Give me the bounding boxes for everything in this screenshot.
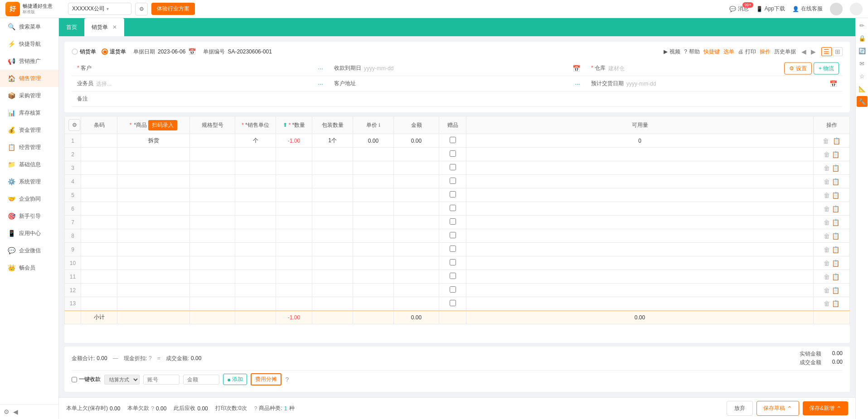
tab-close-icon[interactable]: ✕ (112, 24, 117, 30)
right-icon-ruler[interactable]: 📐 (857, 83, 868, 94)
shortcut-btn[interactable]: 快捷键 (703, 48, 720, 56)
delete-icon-1[interactable]: 🗑 (822, 137, 830, 144)
right-icon-lock[interactable]: 🔒 (857, 33, 868, 43)
row-unit-1[interactable]: 个 (235, 134, 276, 148)
row-amount-1[interactable]: 0.00 (394, 134, 439, 148)
salesperson-input[interactable] (96, 81, 315, 87)
payment-due-input[interactable] (364, 65, 570, 72)
salesperson-dots-btn[interactable]: ··· (318, 80, 323, 87)
notes-label: 备注 (77, 95, 88, 103)
right-icon-orange[interactable]: 🔧 (857, 96, 868, 107)
sidebar-item-enterprise[interactable]: 🤝 企业协同 (0, 190, 58, 207)
select-btn[interactable]: 选单 (723, 48, 734, 56)
sidebar-item-finance[interactable]: 💰 资金管理 (0, 121, 58, 139)
right-icon-star[interactable]: ☆ (857, 71, 868, 82)
overdue-help-icon[interactable]: ? (151, 405, 154, 412)
sidebar-collapse-btn[interactable]: ◀ (13, 408, 18, 415)
sidebar-item-guide[interactable]: 🎯 新手引导 (0, 207, 58, 225)
right-icon-refresh[interactable]: 🔄 (857, 45, 868, 56)
sidebar-item-basic[interactable]: 📁 基础信息 (0, 156, 58, 173)
online-service-button[interactable]: 👤 在线客服 (792, 5, 823, 13)
serial-value[interactable]: SA-20230606-001 (228, 48, 272, 55)
logistics-button[interactable]: + 物流 (814, 62, 839, 74)
notes-input[interactable] (91, 96, 837, 102)
save-new-button[interactable]: 保存&新增 ⌃ (803, 401, 848, 415)
trial-button[interactable]: 体验行业方案 (151, 3, 195, 15)
fee-split-button[interactable]: 费用分摊 (251, 373, 281, 385)
scan-button[interactable]: 扫码录入 (148, 120, 177, 130)
fee-help-icon[interactable]: ? (285, 376, 289, 383)
sidebar-item-quicknav[interactable]: ⚡ 快捷导航 (0, 35, 58, 53)
table-row: 11🗑📋 (65, 270, 850, 284)
one-click-checkbox[interactable] (72, 377, 77, 382)
help-btn[interactable]: ? 帮助 (684, 48, 700, 56)
sidebar-item-system[interactable]: ⚙️ 系统管理 (0, 173, 58, 190)
company-selector[interactable]: XXXXXX公司 ▾ (68, 3, 131, 15)
payment-due-calendar-icon[interactable]: 📅 (572, 65, 580, 72)
row-product-1[interactable]: 拆货 (117, 134, 190, 148)
tab-bar: 首页 销货单 ✕ (59, 18, 855, 36)
app-download-button[interactable]: 📱 App下载 (756, 5, 785, 13)
bottom-actions: 放弃 保存草稿 ⌃ 保存&新增 ⌃ (727, 401, 848, 416)
radio-return-order[interactable]: 退货单 (102, 48, 126, 56)
abandon-button[interactable]: 放弃 (727, 401, 753, 416)
row-barcode-1[interactable] (81, 134, 117, 148)
sidebar-item-sales[interactable]: 🏠 销售管理 (0, 70, 58, 87)
sidebar-item-operations[interactable]: 📋 经营管理 (0, 139, 58, 156)
video-btn[interactable]: ▶ 视频 (664, 48, 680, 56)
right-icon-message[interactable]: ✉ (857, 58, 868, 69)
gift-checkbox-1[interactable] (450, 137, 456, 143)
right-icon-edit[interactable]: ✏ (857, 20, 868, 31)
row-qty-1[interactable]: -1.00 (276, 134, 312, 148)
date-calendar-icon[interactable]: 📅 (188, 48, 196, 55)
sidebar-settings-btn[interactable]: ⚙ (4, 408, 10, 415)
ops-btn[interactable]: 操作 (760, 48, 771, 56)
row-price-1[interactable]: 0.00 (353, 134, 394, 148)
customer-input[interactable] (94, 65, 315, 72)
radio-sales-order[interactable]: 销货单 (72, 48, 96, 56)
cash-discount-help-icon[interactable]: ? (149, 355, 152, 361)
sidebar-item-search[interactable]: 🔍 搜索菜单 (0, 18, 58, 35)
next-arrow-icon[interactable]: ▶ (809, 47, 818, 56)
customer-addr-dots-btn[interactable]: ··· (575, 80, 580, 87)
tab-sales-order[interactable]: 销货单 ✕ (84, 18, 124, 36)
prev-arrow-icon[interactable]: ◀ (800, 47, 808, 56)
delivery-date-input[interactable] (626, 81, 827, 87)
history-btn[interactable]: 历史单据 (774, 48, 796, 56)
copy-icon-1[interactable]: 📋 (832, 137, 841, 144)
row-gift-1[interactable] (439, 134, 466, 148)
row-pack-1[interactable]: 1个 (312, 134, 353, 148)
delete-icon-2[interactable]: 🗑 (823, 151, 831, 158)
grid-view-icon[interactable]: ⊞ (833, 47, 843, 56)
settings-icon-btn[interactable]: ⚙ (135, 3, 148, 15)
row-available-1: 0 (466, 134, 814, 148)
delivery-calendar-icon[interactable]: 📅 (829, 80, 837, 87)
account-input[interactable] (143, 375, 179, 385)
sidebar-item-apps[interactable]: 📱 应用中心 (0, 225, 58, 242)
print-btn[interactable]: 🖨 打印 (738, 48, 756, 56)
customer-addr-input[interactable] (359, 81, 572, 87)
save-draft-button[interactable]: 保存草稿 ⌃ (756, 401, 799, 416)
setup-button[interactable]: ⚙ ⚙ 设置设置 (784, 62, 811, 74)
list-view-icon[interactable]: ☰ (821, 47, 832, 56)
payment-method-select[interactable]: 结算方式 (104, 375, 140, 385)
tab-home[interactable]: 首页 (59, 18, 84, 36)
sidebar-item-marketing[interactable]: 📢 营销推广 (0, 53, 58, 70)
product-type-help-icon[interactable]: ? (254, 405, 257, 412)
overdue-label: 本单欠款 (127, 405, 149, 412)
row-spec-1[interactable] (190, 134, 235, 148)
sidebar-item-inventory[interactable]: 📊 库存核算 (0, 104, 58, 121)
sidebar-item-member[interactable]: 👑 畅会员 (0, 259, 58, 276)
user-avatar[interactable] (830, 3, 843, 15)
copy-icon-2[interactable]: 📋 (831, 151, 840, 158)
customer-dots-btn[interactable]: ··· (318, 65, 323, 72)
bottom-info: 本单上欠(保存时) 0.00 本单欠款 ? 0.00 此后应收 0.00 打印次… (66, 405, 719, 412)
add-button[interactable]: ● 添加 (223, 374, 247, 385)
gift-checkbox-2[interactable] (450, 150, 456, 157)
date-value[interactable]: 2023-06-06 (158, 48, 185, 55)
sidebar-item-purchase[interactable]: 📦 采购管理 (0, 87, 58, 104)
amount-input[interactable] (183, 375, 219, 385)
sidebar-item-wechat[interactable]: 💬 企业微信 (0, 242, 58, 259)
message-button[interactable]: 💬 消息 99+ (729, 5, 749, 13)
table-settings-btn[interactable]: ⚙ (68, 119, 80, 131)
